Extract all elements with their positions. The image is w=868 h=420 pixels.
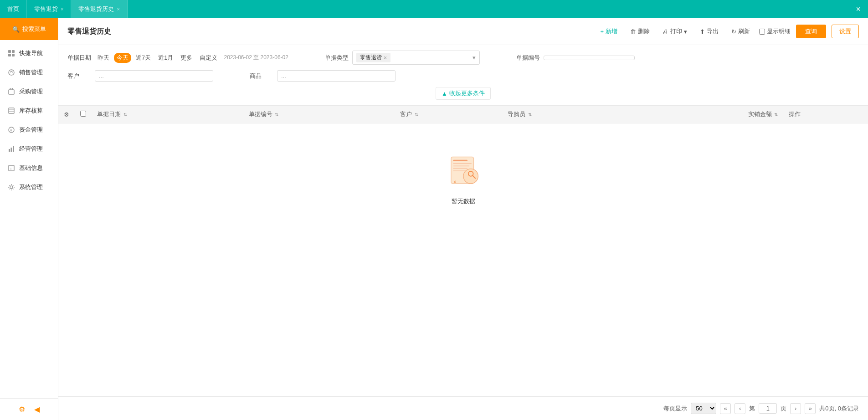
inventory-icon (7, 107, 15, 115)
collapse-button[interactable]: ▲ 收起更多条件 (436, 87, 491, 100)
go-page-label: 第 (749, 405, 755, 413)
tab-retail-return-history-close[interactable]: × (117, 6, 119, 12)
type-select-arrow-icon: ▾ (473, 54, 476, 61)
table-header-number[interactable]: 单据编号 ⇅ (243, 106, 395, 123)
select-all-checkbox[interactable] (80, 111, 86, 117)
tab-retail-return-history[interactable]: 零售退货历史 × (71, 0, 127, 18)
first-page-button[interactable]: « (720, 403, 731, 414)
delete-button[interactable]: 🗑 删除 (627, 26, 653, 37)
date-opt-1month[interactable]: 近1月 (155, 53, 176, 63)
table-body: 暂无数据 (58, 123, 868, 233)
top-bar: 首页 零售退货 × 零售退货历史 × × (0, 0, 868, 18)
voucher-input[interactable] (544, 56, 635, 60)
date-opt-more[interactable]: 更多 (178, 53, 195, 63)
type-filter-label: 单据类型 (325, 54, 352, 62)
refresh-icon: ↻ (731, 28, 736, 35)
table-header-amount[interactable]: 实销金额 ⇅ (632, 106, 784, 123)
last-page-button[interactable]: » (805, 403, 816, 414)
date-opt-yesterday[interactable]: 昨天 (95, 53, 112, 63)
add-button[interactable]: + 新增 (596, 26, 621, 37)
table-header-date[interactable]: 单据日期 ⇅ (92, 106, 243, 123)
print-icon: 🖨 (663, 28, 668, 35)
go-page-suffix: 页 (781, 405, 786, 413)
settings-bottom-icon[interactable]: ⚙ (19, 405, 25, 414)
print-button[interactable]: 🖨 打印 ▾ (659, 26, 691, 37)
date-filter-label: 单据日期 (67, 54, 95, 62)
sidebar-item-finance-mgmt[interactable]: ¥ 资金管理 (0, 120, 58, 139)
search-menu-button[interactable]: 🔍 搜索菜单 (0, 18, 58, 40)
print-label: 打印 (670, 27, 682, 36)
svg-rect-11 (9, 149, 10, 152)
setting-button[interactable]: 设置 (832, 25, 859, 38)
sidebar-item-finance-mgmt-label: 资金管理 (19, 126, 43, 134)
quick-nav-icon (7, 49, 15, 57)
refresh-button[interactable]: ↻ 刷新 (728, 26, 754, 37)
top-bar-right: × (856, 0, 868, 18)
sidebar-item-sales-mgmt[interactable]: 销售管理 (0, 63, 58, 82)
tab-retail-return-history-label: 零售退货历史 (78, 5, 114, 13)
tab-retail-return[interactable]: 零售退货 × (27, 0, 71, 18)
table-header-row: ⚙ 单据日期 ⇅ 单据编号 ⇅ (58, 106, 868, 123)
svg-rect-5 (9, 90, 14, 94)
collapse-icon: ▲ (442, 90, 447, 97)
svg-rect-21 (453, 168, 467, 169)
export-button[interactable]: ⬆ 导出 (696, 26, 722, 37)
date-range-display: 2023-06-02 至 2023-06-02 (224, 54, 288, 61)
page-size-select[interactable]: 50 100 200 (691, 403, 716, 414)
empty-text: 暂无数据 (452, 197, 475, 205)
window-close-button[interactable]: × (856, 5, 861, 14)
type-tag-remove[interactable]: × (384, 55, 387, 61)
svg-rect-13 (13, 146, 14, 152)
sidebar-item-operation-mgmt-label: 经营管理 (19, 145, 43, 153)
collapse-sidebar-icon[interactable]: ◀ (34, 405, 40, 414)
table-wrapper: ⚙ 单据日期 ⇅ 单据编号 ⇅ (58, 106, 868, 396)
system-mgmt-icon (7, 183, 15, 191)
svg-rect-0 (8, 50, 11, 53)
table-header-gear[interactable]: ⚙ (58, 106, 75, 123)
date-opt-today[interactable]: 今天 (114, 53, 131, 63)
sidebar-item-operation-mgmt[interactable]: 经营管理 (0, 139, 58, 159)
tab-home[interactable]: 首页 (0, 0, 27, 18)
gear-icon[interactable]: ⚙ (64, 111, 69, 118)
svg-text:¥: ¥ (10, 128, 12, 133)
show-detail-input[interactable] (759, 29, 765, 35)
sidebar-item-purchase-mgmt[interactable]: 采购管理 (0, 82, 58, 101)
sidebar-item-basic-info[interactable]: i 基础信息 (0, 159, 58, 178)
sidebar-nav: 快捷导航 销售管理 采购管理 库存核算 (0, 40, 58, 398)
print-dropdown-icon: ▾ (684, 28, 687, 35)
page-size-label: 每页显示 (663, 405, 687, 413)
sidebar-item-system-mgmt[interactable]: 系统管理 (0, 178, 58, 197)
sidebar-item-inventory[interactable]: 库存核算 (0, 101, 58, 120)
show-detail-checkbox[interactable]: 显示明细 (759, 27, 791, 36)
date-options: 昨天 今天 近7天 近1月 更多 自定义 (95, 53, 220, 63)
svg-rect-6 (9, 108, 14, 113)
prev-page-button[interactable]: ‹ (734, 403, 745, 414)
export-label: 导出 (707, 27, 719, 36)
total-label: 共0页, 0条记录 (819, 405, 859, 413)
svg-text:i: i (10, 166, 11, 171)
sidebar-item-inventory-label: 库存核算 (19, 107, 43, 115)
svg-rect-2 (8, 54, 11, 56)
goods-input[interactable]: ... (277, 70, 395, 82)
customer-placeholder: ... (99, 72, 104, 79)
col-customer-label: 客户 (400, 111, 412, 118)
type-select[interactable]: 零售退货 × ▾ (352, 51, 480, 65)
date-opt-7days[interactable]: 近7天 (133, 53, 154, 63)
tab-retail-return-close[interactable]: × (61, 6, 63, 12)
customer-filter-label: 客户 (67, 72, 95, 80)
next-page-button[interactable]: › (790, 403, 801, 414)
svg-rect-3 (12, 54, 15, 56)
sidebar-item-purchase-mgmt-label: 采购管理 (19, 87, 43, 96)
page-number-input[interactable] (759, 403, 777, 414)
query-button[interactable]: 查询 (796, 25, 826, 38)
empty-icon (443, 151, 484, 192)
customer-input[interactable]: ... (95, 70, 213, 82)
date-opt-custom[interactable]: 自定义 (197, 53, 220, 63)
svg-rect-1 (12, 50, 15, 53)
sidebar-item-quick-nav[interactable]: 快捷导航 (0, 44, 58, 63)
table-header-guide[interactable]: 导购员 ⇅ (502, 106, 632, 123)
svg-rect-18 (453, 160, 467, 161)
sidebar-bottom: ⚙ ◀ (0, 398, 58, 420)
table-header-customer[interactable]: 客户 ⇅ (395, 106, 502, 123)
table-header-check[interactable] (75, 106, 92, 123)
